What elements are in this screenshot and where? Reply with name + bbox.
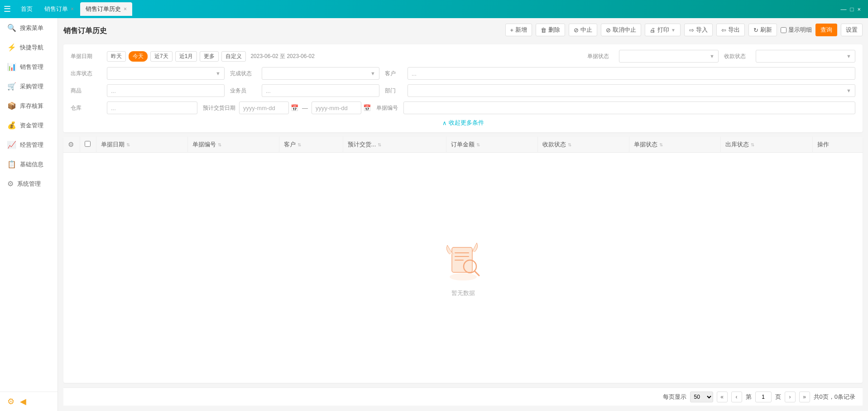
warehouse-input[interactable]: ... — [107, 102, 197, 114]
tab-sales-order-history[interactable]: 销售订单历史 × — [80, 2, 132, 16]
sidebar-settings-icon[interactable]: ⚙ — [7, 396, 14, 406]
receipt-status-filter-label: 收款状态 — [724, 53, 756, 60]
main-layout: 🔍 搜索菜单 ⚡ 快捷导航 📊 销售管理 🛒 采购管理 📦 库存核算 💰 资金管… — [0, 18, 868, 411]
calendar-to-icon[interactable]: 📅 — [363, 104, 371, 111]
sidebar-item-system-mgmt[interactable]: ⚙ 系统管理 — [0, 174, 58, 193]
out-status-filter-label: 出库状态 — [71, 70, 107, 77]
per-page-select[interactable]: 50 20 100 — [690, 392, 713, 402]
dept-arrow-icon: ▼ — [846, 88, 851, 93]
close-tab-sales-order[interactable]: × — [71, 6, 74, 12]
search-menu-icon[interactable]: ☰ — [4, 4, 11, 14]
sidebar-item-finance[interactable]: 💰 资金管理 — [0, 116, 58, 135]
first-page-button[interactable]: « — [717, 392, 728, 402]
cancel-stop-button[interactable]: ⊘ 取消中止 — [601, 24, 641, 36]
col-customer: 客户 ⇅ — [279, 137, 343, 153]
page-title: 销售订单历史 — [63, 26, 107, 36]
content-area: 销售订单历史 + 新增 🗑 删除 ⊘ 中止 ⊘ 取消中止 — [58, 18, 868, 411]
add-button[interactable]: + 新增 — [505, 24, 532, 36]
date-btn-yesterday[interactable]: 昨天 — [107, 51, 126, 62]
calendar-from-icon[interactable]: 📅 — [291, 104, 298, 111]
page-number-input[interactable] — [755, 392, 772, 402]
sidebar-item-inventory[interactable]: 📦 库存核算 — [0, 96, 58, 116]
customer-sort-icon[interactable]: ⇅ — [297, 142, 301, 147]
table-settings-icon[interactable]: ⚙ — [68, 140, 74, 148]
settings-button[interactable]: 设置 — [841, 24, 863, 36]
sidebar-collapse-icon[interactable]: ◀ — [20, 396, 26, 406]
complete-status-select[interactable]: ▼ — [262, 67, 379, 80]
col-out-status: 出库状态 ⇅ — [721, 137, 812, 153]
toolbar: + 新增 🗑 删除 ⊘ 中止 ⊘ 取消中止 🖨 打印 — [505, 24, 863, 36]
tab-sales-order[interactable]: 销售订单 × — [39, 2, 79, 16]
sidebar-item-operations[interactable]: 📈 经营管理 — [0, 135, 58, 155]
bill-no-sort-icon[interactable]: ⇅ — [218, 142, 221, 147]
col-bill-no: 单据编号 ⇅ — [187, 137, 279, 153]
export-button[interactable]: ⇦ 导出 — [716, 24, 745, 36]
col-settings: ⚙ — [63, 137, 80, 153]
expected-date-from[interactable]: yyyy-mm-dd — [239, 102, 289, 114]
stop-button[interactable]: ⊘ 中止 — [569, 24, 597, 36]
cancel-stop-icon: ⊘ — [606, 27, 611, 34]
bill-status-arrow-icon: ▼ — [710, 53, 715, 59]
prev-page-button[interactable]: ‹ — [731, 392, 742, 402]
receipt-status-select[interactable]: ▼ — [756, 50, 855, 63]
order-amount-sort-icon[interactable]: ⇅ — [476, 142, 480, 147]
maximize-button[interactable]: □ — [850, 6, 854, 13]
collapse-up-icon: ∧ — [442, 120, 447, 126]
total-info: 共0页，0条记录 — [814, 393, 855, 401]
show-detail-checkbox-label[interactable]: 显示明细 — [781, 26, 812, 34]
sidebar-item-sales-mgmt[interactable]: 📊 销售管理 — [0, 57, 58, 77]
dept-select[interactable]: ▼ — [408, 84, 855, 97]
top-bar: ☰ 首页 销售订单 × 销售订单历史 × — □ × — [0, 0, 868, 18]
salesman-filter-label: 业务员 — [230, 87, 262, 95]
salesman-input[interactable]: ... — [262, 84, 379, 97]
bill-no-input[interactable] — [403, 102, 855, 114]
last-page-button[interactable]: » — [799, 392, 810, 402]
bill-status-select[interactable]: ▼ — [619, 50, 719, 63]
out-status-sort-icon[interactable]: ⇅ — [751, 142, 754, 147]
window-close-button[interactable]: × — [857, 6, 861, 13]
goods-input[interactable]: ... — [107, 84, 225, 97]
warehouse-ellipsis: ... — [111, 105, 116, 111]
show-detail-checkbox[interactable] — [781, 27, 786, 33]
expected-delivery-sort-icon[interactable]: ⇅ — [378, 142, 381, 147]
close-tab-sales-order-history[interactable]: × — [124, 6, 127, 12]
stop-icon: ⊘ — [574, 27, 579, 34]
next-page-button[interactable]: › — [785, 392, 796, 402]
collapse-row[interactable]: ∧ 收起更多条件 — [71, 119, 855, 127]
salesman-ellipsis: ... — [266, 87, 271, 94]
date-btn-last7[interactable]: 近7天 — [150, 51, 173, 62]
receipt-status-arrow-icon: ▼ — [846, 53, 851, 59]
bill-date-sort-icon[interactable]: ⇅ — [126, 142, 130, 147]
customer-input[interactable]: ... — [408, 67, 855, 80]
delete-button[interactable]: 🗑 删除 — [536, 24, 565, 36]
select-all-checkbox[interactable] — [85, 141, 91, 147]
print-button[interactable]: 🖨 打印 ▼ — [645, 24, 681, 36]
data-table: ⚙ 单据日期 ⇅ 单据编号 — [63, 137, 863, 153]
empty-state: 暂无数据 — [63, 153, 863, 383]
expected-date-to[interactable]: yyyy-mm-dd — [312, 102, 361, 114]
date-btn-more[interactable]: 更多 — [200, 51, 219, 62]
bill-status-sort-icon[interactable]: ⇅ — [659, 142, 663, 147]
sidebar-item-quick-nav[interactable]: ⚡ 快捷导航 — [0, 38, 58, 57]
query-button[interactable]: 查询 — [815, 24, 837, 36]
minimize-button[interactable]: — — [841, 6, 847, 13]
customer-ellipsis: ... — [412, 70, 417, 77]
sidebar-item-purchase-mgmt[interactable]: 🛒 采购管理 — [0, 77, 58, 96]
date-btn-custom[interactable]: 自定义 — [221, 51, 246, 62]
import-button[interactable]: ⇨ 导入 — [684, 24, 713, 36]
out-status-select[interactable]: ▼ — [107, 67, 225, 80]
refresh-button[interactable]: ↻ 刷新 — [748, 24, 777, 36]
sidebar-item-basic-info[interactable]: 📋 基础信息 — [0, 155, 58, 174]
tab-home[interactable]: 首页 — [15, 2, 38, 16]
inventory-icon: 📦 — [7, 102, 16, 110]
date-btn-last1m[interactable]: 近1月 — [175, 51, 197, 62]
sidebar-search-menu[interactable]: 🔍 搜索菜单 — [0, 18, 58, 38]
date-btn-today[interactable]: 今天 — [129, 51, 148, 62]
goods-ellipsis: ... — [111, 87, 116, 94]
operations-icon: 📈 — [7, 140, 16, 149]
svg-point-0 — [450, 273, 477, 280]
filter-row-warehouse: 仓库 ... 预计交货日期 yyyy-mm-dd 📅 — yyyy-mm-dd … — [71, 102, 855, 114]
receipt-status-sort-icon[interactable]: ⇅ — [568, 142, 571, 147]
finance-icon: 💰 — [7, 121, 16, 130]
export-icon: ⇦ — [721, 27, 726, 34]
